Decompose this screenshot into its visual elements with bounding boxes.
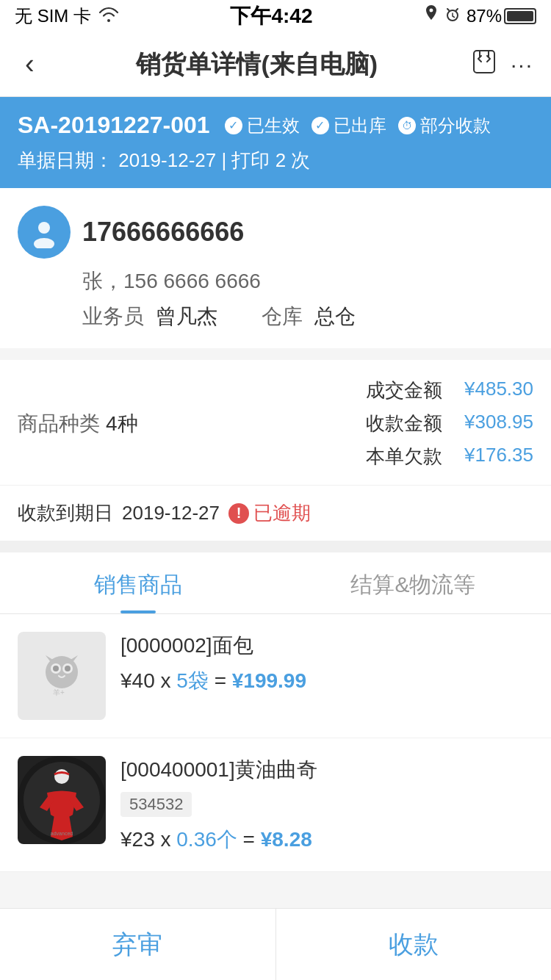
more-icon[interactable]: ··· bbox=[511, 52, 533, 77]
section-divider bbox=[0, 541, 551, 552]
svg-point-3 bbox=[34, 238, 54, 248]
product-item-2: advanced [000400001]黄油曲奇 534532 ¥23 x 0.… bbox=[0, 738, 551, 872]
debt-row: 本单欠款 ¥176.35 bbox=[366, 444, 533, 469]
print-count-val: 2 次 bbox=[276, 149, 311, 171]
amount-value: ¥485.30 bbox=[464, 378, 533, 403]
check-icon-2: ✓ bbox=[311, 117, 329, 134]
order-id-row: SA-20191227-001 ✓ 已生效 ✓ 已出库 ⏱ 部分收款 bbox=[18, 112, 533, 139]
price-base-1: ¥40 bbox=[120, 669, 155, 692]
svg-text:羊+: 羊+ bbox=[53, 688, 65, 696]
order-date: 2019-12-27 bbox=[118, 149, 216, 171]
price-x-2: x bbox=[161, 828, 177, 851]
main-content: SA-20191227-001 ✓ 已生效 ✓ 已出库 ⏱ 部分收款 单据日期：… bbox=[0, 97, 551, 944]
customer-row: 17666666666 bbox=[18, 206, 533, 259]
customer-detail: 张，156 6666 6666 bbox=[82, 267, 533, 295]
svg-point-2 bbox=[38, 222, 50, 234]
debt-value: ¥176.35 bbox=[464, 444, 533, 469]
print-label: 打印 bbox=[231, 149, 270, 171]
product-item: 羊+ [0000002]面包 ¥40 x 5袋 = ¥199.99 bbox=[0, 614, 551, 738]
bottom-bar: 弃审 收款 bbox=[0, 908, 551, 980]
due-label: 收款到期日 bbox=[18, 500, 113, 526]
customer-avatar bbox=[18, 206, 71, 259]
status-badges: ✓ 已生效 ✓ 已出库 ⏱ 部分收款 bbox=[225, 114, 491, 137]
collected-value: ¥308.95 bbox=[464, 411, 533, 436]
svg-rect-1 bbox=[474, 51, 494, 73]
due-date: 2019-12-27 bbox=[122, 502, 220, 525]
back-button[interactable]: ‹ bbox=[18, 41, 42, 87]
product-tabs: 销售商品 结算&物流等 bbox=[0, 552, 551, 614]
price-total-2: ¥8.28 bbox=[261, 828, 312, 851]
check-icon-1: ✓ bbox=[225, 117, 242, 134]
due-date-section: 收款到期日 2019-12-27 ! 已逾期 bbox=[0, 485, 551, 541]
product-name-2: [000400001]黄油曲奇 bbox=[120, 756, 533, 784]
price-qty-2: 0.36个 bbox=[176, 828, 237, 851]
order-header: SA-20191227-001 ✓ 已生效 ✓ 已出库 ⏱ 部分收款 单据日期：… bbox=[0, 97, 551, 188]
category-stat: 商品种类 4种 bbox=[18, 378, 138, 469]
customer-section: 17666666666 张，156 6666 6666 业务员 曾凡杰 仓库 总… bbox=[0, 188, 551, 348]
product-info-1: [0000002]面包 ¥40 x 5袋 = ¥199.99 bbox=[120, 632, 533, 695]
tab-sales-products[interactable]: 销售商品 bbox=[0, 552, 276, 613]
status-right: 87% bbox=[424, 5, 536, 27]
status-left: 无 SIM 卡 bbox=[15, 4, 119, 28]
wifi-icon bbox=[98, 6, 119, 26]
nav-bar: ‹ 销货单详情(来自电脑) ··· bbox=[0, 32, 551, 97]
price-qty-1: 5袋 bbox=[176, 669, 209, 692]
badge-effective-label: 已生效 bbox=[247, 114, 300, 137]
amount-label: 成交金额 bbox=[366, 378, 442, 403]
time-label: 下午4:42 bbox=[230, 2, 312, 30]
order-date-row: 单据日期： 2019-12-27 | 打印 2 次 bbox=[18, 148, 533, 173]
badge-effective: ✓ 已生效 bbox=[225, 114, 300, 137]
price-base-2: ¥23 bbox=[120, 828, 155, 851]
customer-name: 17666666666 bbox=[82, 217, 244, 248]
price-eq-1: = bbox=[215, 669, 232, 692]
share-icon[interactable] bbox=[472, 49, 496, 80]
print-separator: | bbox=[221, 149, 231, 171]
overdue-text: 已逾期 bbox=[253, 500, 311, 526]
warehouse-field: 仓库 总仓 bbox=[262, 303, 356, 331]
clock-icon: ⏱ bbox=[398, 117, 416, 134]
tab-sales-label: 销售商品 bbox=[94, 572, 182, 597]
salesman-value: 曾凡杰 bbox=[156, 305, 217, 328]
badge-shipped-label: 已出库 bbox=[334, 114, 386, 137]
svg-text:advanced: advanced bbox=[51, 831, 73, 836]
tab-settlement[interactable]: 结算&物流等 bbox=[276, 552, 551, 613]
overdue-badge: ! 已逾期 bbox=[228, 500, 311, 526]
product-name-1: [0000002]面包 bbox=[120, 632, 533, 660]
product-thumbnail-2: advanced bbox=[18, 756, 106, 844]
warehouse-value: 总仓 bbox=[314, 305, 356, 328]
product-list: 羊+ [0000002]面包 ¥40 x 5袋 = ¥199.99 bbox=[0, 614, 551, 872]
svg-point-8 bbox=[65, 666, 71, 671]
debt-label: 本单欠款 bbox=[366, 444, 442, 469]
date-label: 单据日期： bbox=[18, 149, 113, 171]
stats-section: 商品种类 4种 成交金额 ¥485.30 收款金额 ¥308.95 本单欠款 ¥… bbox=[0, 360, 551, 541]
stats-row: 商品种类 4种 成交金额 ¥485.30 收款金额 ¥308.95 本单欠款 ¥… bbox=[0, 360, 551, 484]
price-total-1: ¥199.99 bbox=[232, 669, 306, 692]
product-info-2: [000400001]黄油曲奇 534532 ¥23 x 0.36个 = ¥8.… bbox=[120, 756, 533, 854]
badge-partial: ⏱ 部分收款 bbox=[398, 114, 491, 137]
alarm-icon bbox=[444, 6, 461, 26]
status-bar: 无 SIM 卡 下午4:42 87% bbox=[0, 0, 551, 32]
battery-percent: 87% bbox=[467, 6, 502, 26]
collected-row: 收款金额 ¥308.95 bbox=[366, 411, 533, 436]
product-thumbnail-1: 羊+ bbox=[18, 632, 106, 720]
category-value: 4种 bbox=[106, 410, 138, 438]
financial-stats: 成交金额 ¥485.30 收款金额 ¥308.95 本单欠款 ¥176.35 bbox=[366, 378, 533, 469]
svg-point-7 bbox=[53, 666, 59, 671]
confirm-button[interactable]: 收款 bbox=[276, 909, 552, 980]
badge-partial-label: 部分收款 bbox=[420, 114, 491, 137]
product-price-1: ¥40 x 5袋 = ¥199.99 bbox=[120, 667, 533, 695]
nav-actions: ··· bbox=[472, 49, 533, 80]
warehouse-label: 仓库 bbox=[262, 305, 303, 328]
carrier-label: 无 SIM 卡 bbox=[15, 4, 91, 28]
price-x-1: x bbox=[161, 669, 177, 692]
customer-meta: 业务员 曾凡杰 仓库 总仓 bbox=[82, 303, 533, 331]
collected-label: 收款金额 bbox=[366, 411, 442, 436]
battery-indicator: 87% bbox=[467, 6, 536, 26]
page-title: 销货单详情(来自电脑) bbox=[136, 48, 378, 82]
cancel-button[interactable]: 弃审 bbox=[0, 909, 276, 980]
category-label: 商品种类 bbox=[18, 410, 100, 438]
product-sku-2: 534532 bbox=[120, 792, 192, 817]
overdue-icon: ! bbox=[228, 503, 249, 524]
salesman-field: 业务员 曾凡杰 bbox=[82, 303, 217, 331]
tab-settlement-label: 结算&物流等 bbox=[350, 572, 475, 597]
